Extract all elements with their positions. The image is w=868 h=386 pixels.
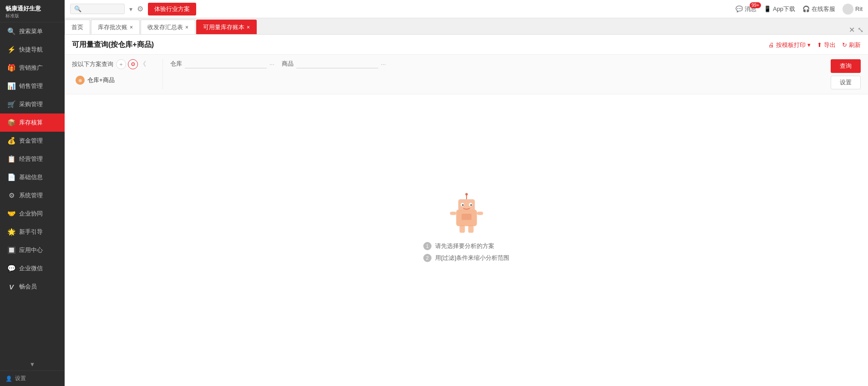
sidebar-item-appcenter[interactable]: 🔲 应用中心 [0, 241, 65, 259]
page-content: 可用量查询(按仓库+商品) 🖨 按模板打印 ▾ ⬆ 导出 ↻ 刷新 [65, 35, 868, 386]
export-label: 导出 [824, 41, 836, 49]
message-icon: 💬 [736, 5, 743, 12]
goods-field: 商品 ··· [282, 59, 386, 68]
sidebar: 畅康通好生意 标准版 🔍 搜索菜单 ⚡ 快捷导航 🎁 营销推广 📊 销售管理 🛒… [0, 0, 65, 386]
scheme-item-label: 仓库+商品 [87, 76, 115, 84]
svg-rect-9 [468, 225, 473, 232]
inventory-icon: 📦 [7, 118, 15, 127]
svg-point-11 [465, 193, 467, 196]
sidebar-nav: 🔍 搜索菜单 ⚡ 快捷导航 🎁 营销推广 📊 销售管理 🛒 采购管理 📦 库存核… [0, 22, 65, 358]
sidebar-item-enterprise[interactable]: 🤝 企业协同 [0, 205, 65, 223]
user-name: Rit [855, 5, 863, 12]
sidebar-item-sales[interactable]: 📊 销售管理 [0, 77, 65, 95]
tab-collect-ledger-close[interactable]: × [185, 25, 188, 30]
hint-2-text: 用[过滤]条件来缩小分析范围 [435, 254, 509, 262]
sidebar-item-inventory[interactable]: 📦 库存核算 [0, 113, 65, 132]
sidebar-item-purchase[interactable]: 🛒 采购管理 [0, 95, 65, 113]
window-expand-icon[interactable]: ⤡ [858, 26, 863, 34]
sidebar-item-member[interactable]: V 畅会员 [0, 278, 65, 296]
warehouse-label: 仓库 [170, 60, 182, 68]
purchase-icon: 🛒 [7, 100, 15, 108]
trial-button[interactable]: 体验行业方案 [148, 3, 196, 15]
refresh-label: 刷新 [849, 41, 861, 49]
tabs-bar: 首页 库存批次账 × 收发存汇总表 × 可用量库存账本 × ✕ ⤡ [65, 18, 868, 35]
goods-input[interactable] [296, 59, 378, 68]
refresh-icon: ↻ [842, 41, 847, 48]
sidebar-item-newbie[interactable]: 🌟 新手引导 [0, 223, 65, 241]
app-download-label: App下载 [773, 5, 795, 13]
setting-button[interactable]: 设置 [831, 76, 861, 89]
sidebar-item-finance[interactable]: 💰 资金管理 [0, 132, 65, 150]
message-button[interactable]: 💬 消息 99+ [736, 5, 756, 13]
sidebar-bottom[interactable]: 👤 设置 [0, 371, 65, 386]
search-icon: 🔍 [74, 5, 81, 12]
sidebar-item-marketing[interactable]: 🎁 营销推广 [0, 59, 65, 77]
scheme-panel: 按以下方案查询 ＋ ⚙ 《 ⊕ 仓库+商品 [72, 59, 163, 89]
tab-collect-ledger[interactable]: 收发存汇总表 × [141, 20, 195, 34]
scheme-item-warehouse-goods[interactable]: ⊕ 仓库+商品 [72, 73, 157, 87]
sidebar-item-system[interactable]: ⚙ 系统管理 [0, 186, 65, 205]
sidebar-item-operation[interactable]: 📋 经营管理 [0, 150, 65, 168]
marketing-icon: 🎁 [7, 64, 15, 72]
refresh-button[interactable]: ↻ 刷新 [842, 41, 861, 49]
filter-row: 仓库 ··· 商品 ··· [163, 59, 825, 89]
page-header: 可用量查询(按仓库+商品) 🖨 按模板打印 ▾ ⬆ 导出 ↻ 刷新 [65, 35, 868, 55]
sidebar-bottom-icon: 👤 [5, 376, 12, 382]
tab-home-label: 首页 [71, 23, 83, 31]
print-template-button[interactable]: 🖨 按模板打印 ▾ [768, 41, 811, 49]
scheme-settings-button[interactable]: ⚙ [128, 59, 138, 69]
main-area: 🔍 ▾ ⚙ 体验行业方案 💬 消息 99+ 📱 App下载 🎧 在线客服 Rit [65, 0, 868, 386]
topbar-search-box[interactable]: 🔍 [70, 4, 125, 14]
hint-1-number: 1 [423, 242, 431, 250]
window-close-icon[interactable]: ✕ [849, 26, 855, 34]
system-icon: ⚙ [7, 191, 15, 200]
sidebar-item-shortcut[interactable]: ⚡ 快捷导航 [0, 41, 65, 59]
empty-illustration [444, 191, 489, 237]
print-icon: 🖨 [768, 41, 774, 48]
query-button[interactable]: 查询 [831, 59, 861, 73]
topbar: 🔍 ▾ ⚙ 体验行业方案 💬 消息 99+ 📱 App下载 🎧 在线客服 Rit [65, 0, 868, 18]
online-service-button[interactable]: 🎧 在线客服 [802, 5, 835, 13]
warehouse-input[interactable] [185, 59, 267, 68]
svg-rect-1 [458, 199, 474, 211]
tab-home[interactable]: 首页 [65, 20, 90, 34]
sidebar-bottom-label: 设置 [15, 375, 26, 382]
dropdown-icon[interactable]: ▾ [129, 5, 132, 13]
tab-batch-ledger[interactable]: 库存批次账 × [91, 20, 140, 34]
export-icon: ⬆ [817, 41, 822, 48]
tab-batch-ledger-close[interactable]: × [130, 25, 133, 30]
tab-available-ledger[interactable]: 可用量库存账本 × [196, 20, 257, 34]
user-area[interactable]: Rit [843, 4, 863, 15]
brand-sub: 标准版 [5, 13, 59, 19]
warehouse-field: 仓库 ··· [170, 59, 274, 68]
app-download-button[interactable]: 📱 App下载 [764, 5, 795, 13]
warehouse-more-button[interactable]: ··· [269, 61, 274, 67]
empty-state: 1 请先选择要分析的方案 2 用[过滤]条件来缩小分析范围 [65, 94, 868, 386]
goods-more-button[interactable]: ··· [381, 61, 386, 67]
sidebar-scroll-down[interactable]: ▼ [0, 358, 65, 371]
scheme-label: 按以下方案查询 [72, 60, 113, 68]
sidebar-item-wechat[interactable]: 💬 企业微信 [0, 259, 65, 278]
empty-hint-1: 1 请先选择要分析的方案 [423, 242, 509, 250]
sales-icon: 📊 [7, 82, 15, 90]
print-dropdown-icon[interactable]: ▾ [807, 41, 811, 48]
scheme-item-icon: ⊕ [76, 76, 85, 85]
svg-rect-12 [462, 214, 472, 220]
svg-point-5 [470, 204, 472, 206]
search-input[interactable] [84, 6, 120, 12]
sidebar-item-search[interactable]: 🔍 搜索菜单 [0, 22, 65, 41]
svg-rect-7 [477, 211, 483, 215]
settings-gear-icon[interactable]: ⚙ [137, 5, 143, 13]
query-btn-area: 查询 设置 [825, 59, 861, 89]
export-button[interactable]: ⬆ 导出 [817, 41, 836, 49]
sidebar-item-basic[interactable]: 📄 基础信息 [0, 168, 65, 186]
collapse-panel-button[interactable]: 《 [140, 60, 146, 68]
hint-1-text: 请先选择要分析的方案 [435, 242, 494, 250]
query-section: 按以下方案查询 ＋ ⚙ 《 ⊕ 仓库+商品 仓库 [65, 55, 868, 94]
scheme-actions: ＋ ⚙ 《 [116, 59, 146, 69]
add-scheme-button[interactable]: ＋ [116, 59, 126, 69]
tab-available-ledger-close[interactable]: × [247, 25, 250, 30]
finance-icon: 💰 [7, 137, 15, 145]
goods-label: 商品 [282, 60, 294, 68]
sidebar-header: 畅康通好生意 标准版 [0, 0, 65, 22]
